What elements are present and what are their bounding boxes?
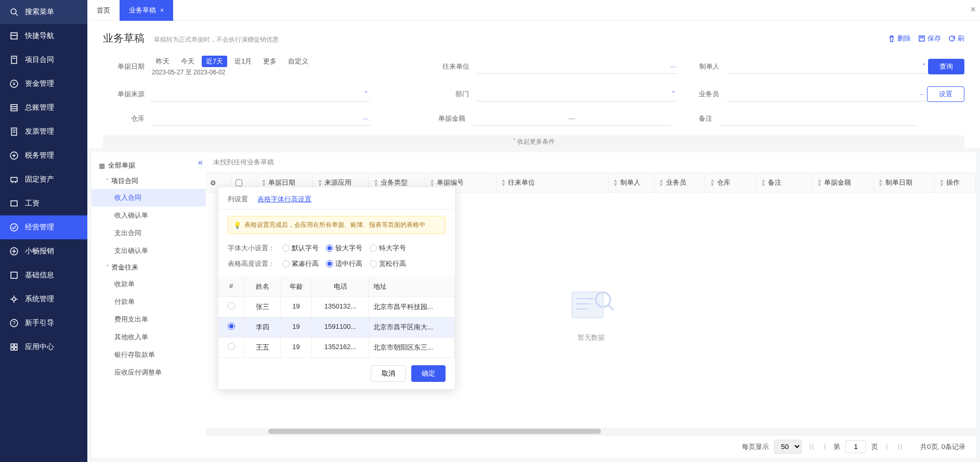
sidebar-item-base[interactable]: 基础信息 [0, 263, 87, 287]
sidebar-item-guide[interactable]: ?新手引导 [0, 311, 87, 335]
filter-dept-input[interactable]: ˅ [476, 87, 677, 101]
pager-last-icon[interactable]: ⟩⟩ [895, 443, 905, 451]
settings-button[interactable]: 设置 [927, 86, 964, 102]
tab-home[interactable]: 首页 [87, 0, 120, 21]
sidebar-item-apps[interactable]: 应用中心 [0, 335, 87, 359]
row-radio-icon[interactable] [228, 343, 235, 350]
pager-prev-icon[interactable]: ⟨ [821, 443, 828, 451]
filter-source-input[interactable]: ˅ [152, 87, 370, 101]
page-input[interactable] [845, 440, 866, 453]
sort-icon[interactable]: ▲▼ [317, 178, 322, 187]
date-quick-option[interactable]: 更多 [259, 56, 281, 67]
tree-leaf[interactable]: 应收应付调整单 [92, 364, 206, 381]
table-row[interactable]: 张三191350132...北京市昌平科技园... [218, 297, 455, 317]
table-row[interactable]: 王五191352162...北京市朝阳区东三... [218, 338, 455, 358]
doc-tree-all[interactable]: ▦ 全部单据 [92, 158, 206, 173]
sort-icon[interactable]: ▲▼ [710, 178, 715, 187]
sort-icon[interactable]: ▲▼ [373, 178, 378, 187]
date-quick-option[interactable]: 近7天 [202, 56, 227, 67]
th-col[interactable]: ▲▼业务员 [655, 173, 705, 192]
refresh-button[interactable]: 刷 [948, 34, 964, 43]
th-col[interactable]: ▲▼制单日期 [874, 173, 935, 192]
delete-button[interactable]: 删除 [888, 34, 911, 43]
tree-leaf[interactable]: 支出合同 [92, 224, 206, 242]
sidebar-item-nav[interactable]: 快捷导航 [0, 24, 87, 48]
th-col[interactable]: ▲▼单据金额 [813, 173, 874, 192]
table-row[interactable]: 李四191591100...北京市昌平区南大... [218, 317, 455, 338]
confirm-button[interactable]: 确定 [411, 365, 446, 382]
sort-icon[interactable]: ▲▼ [262, 178, 267, 187]
date-quick-option[interactable]: 昨天 [152, 56, 174, 67]
filter-warehouse-input[interactable]: ··· [152, 111, 370, 126]
sidebar-item-asset[interactable]: 固定资产 [0, 168, 87, 191]
gear-icon[interactable]: ⚙ [210, 179, 216, 187]
sidebar-item-money[interactable]: ¥资金管理 [0, 72, 87, 96]
sidebar-item-search[interactable]: 搜索菜单 [0, 0, 87, 24]
filter-sales-input[interactable]: ··· [726, 87, 927, 101]
pager-first-icon[interactable]: ⟨⟨ [807, 443, 816, 451]
filter-partner-input[interactable]: ··· [477, 59, 678, 74]
th-col[interactable]: ▲▼仓库 [705, 173, 756, 192]
sidebar-item-invoice[interactable]: 发票管理 [0, 120, 87, 144]
tab-close-icon[interactable]: × [160, 7, 164, 14]
scrollbar-thumb[interactable] [268, 429, 601, 434]
popup-tab-columns[interactable]: 列设置 [228, 195, 248, 204]
sidebar-item-reimburse[interactable]: 小畅报销 [0, 239, 87, 263]
tree-collapse-icon[interactable]: « [198, 158, 203, 167]
th-col[interactable]: ▲▼制单人 [609, 173, 655, 192]
sidebar-item-salary[interactable]: 工资 [0, 191, 87, 215]
sort-icon[interactable]: ▲▼ [878, 178, 883, 187]
radio-option[interactable]: 紧凑行高 [282, 259, 319, 268]
sidebar-item-biz[interactable]: 经营管理 [0, 215, 87, 239]
chevron-down-icon[interactable]: ˅ [672, 90, 675, 98]
chevron-down-icon[interactable]: ˅ [364, 90, 368, 98]
tab-draft[interactable]: 业务草稿 × [120, 0, 173, 21]
sort-icon[interactable]: ▲▼ [817, 178, 822, 187]
radio-option[interactable]: 默认字号 [282, 243, 319, 253]
more-icon[interactable]: ··· [919, 90, 925, 98]
radio-option[interactable]: 特大字号 [370, 243, 406, 253]
filter-amount-input[interactable]: — [473, 111, 671, 126]
tree-group[interactable]: 项目合同 [92, 173, 206, 189]
popup-tab-font-height[interactable]: 表格字体行高设置 [257, 195, 311, 204]
per-page-select[interactable]: 50 [774, 440, 802, 454]
date-quick-option[interactable]: 自定义 [284, 56, 312, 67]
tree-leaf[interactable]: 银行存取款单 [92, 346, 206, 364]
sort-icon[interactable]: ▲▼ [613, 178, 618, 187]
sort-icon[interactable]: ▲▼ [501, 178, 506, 187]
radio-option[interactable]: 宽松行高 [370, 259, 406, 268]
chevron-down-icon[interactable]: ˅ [922, 62, 926, 70]
sort-icon[interactable]: ▲▼ [939, 178, 944, 187]
query-button[interactable]: 查询 [928, 59, 964, 74]
sort-icon[interactable]: ▲▼ [761, 178, 766, 187]
th-col[interactable]: ▲▼操作 [935, 173, 976, 192]
tree-leaf[interactable]: 收款单 [92, 275, 206, 293]
tree-leaf[interactable]: 收入确认单 [92, 207, 206, 224]
tree-leaf[interactable]: 付款单 [92, 293, 206, 311]
filter-remark-input[interactable] [720, 111, 918, 126]
select-all-checkbox[interactable] [236, 179, 242, 186]
date-quick-option[interactable]: 近1月 [230, 56, 256, 67]
date-quick-option[interactable]: 今天 [177, 56, 199, 67]
sidebar-item-sys[interactable]: 系统管理 [0, 287, 87, 311]
row-radio-icon[interactable] [228, 302, 235, 310]
window-close-icon[interactable]: × [970, 4, 976, 15]
save-button[interactable]: 保存 [918, 34, 941, 43]
tree-leaf[interactable]: 收入合同 [92, 189, 206, 207]
filter-creator-input[interactable]: ˅ [727, 59, 928, 74]
th-col[interactable]: ▲▼往来单位 [496, 173, 608, 192]
tree-leaf[interactable]: 支出确认单 [92, 242, 206, 260]
sidebar-item-ledger[interactable]: 总账管理 [0, 96, 87, 120]
tree-leaf[interactable]: 其他收入单 [92, 328, 206, 346]
radio-option[interactable]: 较大字号 [326, 243, 362, 253]
tree-leaf[interactable]: 费用支出单 [92, 311, 206, 328]
cancel-button[interactable]: 取消 [371, 365, 406, 382]
row-radio-icon[interactable] [228, 323, 235, 330]
sort-icon[interactable]: ▲▼ [429, 178, 435, 187]
more-icon[interactable]: ··· [670, 62, 676, 70]
th-col[interactable]: ▲▼备注 [756, 173, 813, 192]
pager-next-icon[interactable]: ⟩ [883, 443, 890, 451]
collapse-filters-button[interactable]: ˄ 收起更多条件 [103, 135, 964, 148]
more-icon[interactable]: ··· [362, 114, 368, 122]
sort-icon[interactable]: ▲▼ [659, 178, 664, 187]
